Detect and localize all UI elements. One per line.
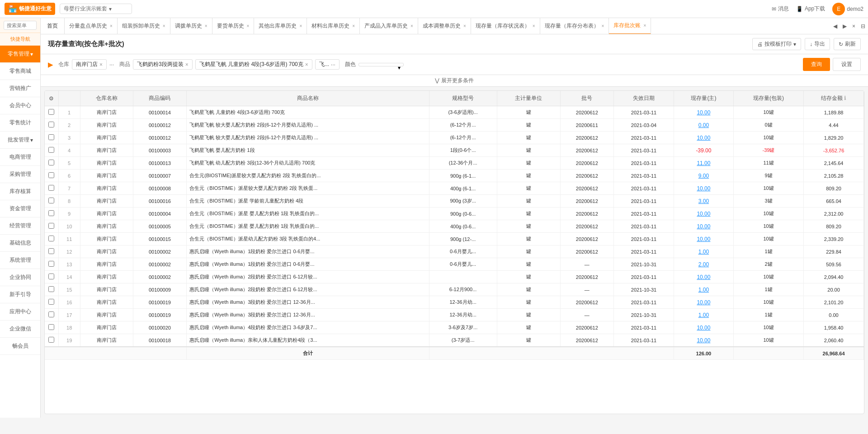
- tab-close-icon[interactable]: ×: [643, 23, 646, 28]
- row-qty-main[interactable]: 10.00: [674, 334, 733, 347]
- tab-close-icon[interactable]: ×: [602, 24, 604, 28]
- sidebar-item-wholesale[interactable]: 批发管理 ▾: [0, 132, 40, 149]
- sidebar-item-enterprise[interactable]: 企业协同: [0, 269, 40, 286]
- row-checkbox[interactable]: [45, 245, 58, 258]
- row-qty-main[interactable]: 10.00: [674, 233, 733, 245]
- row-qty-main[interactable]: 10.00: [674, 296, 733, 309]
- warehouse-remove-icon[interactable]: ×: [99, 61, 103, 68]
- tab-zuzhuangchaichuan[interactable]: 组装拆卸单历史 ×: [118, 18, 170, 34]
- sidebar-item-member-center[interactable]: 会员中心: [0, 97, 40, 114]
- tab-close-icon[interactable]: ×: [533, 24, 535, 28]
- sidebar-item-basic-info[interactable]: 基础信息: [0, 235, 40, 252]
- row-checkbox[interactable]: [45, 157, 58, 170]
- row-checkbox[interactable]: [45, 296, 58, 309]
- tab-chanpinruku[interactable]: 产成品入库单历史 ×: [360, 18, 418, 34]
- row-checkbox[interactable]: [45, 220, 58, 233]
- export-button[interactable]: ↓ 导出: [805, 38, 830, 50]
- row-qty-main[interactable]: 10.00: [674, 321, 733, 334]
- sidebar-item-purchase[interactable]: 采购管理: [0, 166, 40, 183]
- tab-xiancunliang-kuanzhuang[interactable]: 现存量（库存状况表） ×: [471, 18, 540, 34]
- tab-more-icon[interactable]: ⊟: [858, 23, 868, 29]
- row-checkbox[interactable]: [45, 309, 58, 321]
- tab-next-icon[interactable]: ▶: [840, 23, 849, 29]
- product-more[interactable]: ···: [331, 61, 335, 68]
- app-download-button[interactable]: 📱 App下载: [796, 5, 825, 13]
- tab-chengjiaodianji[interactable]: 成本调整单历史 ×: [418, 18, 471, 34]
- sidebar-item-membership[interactable]: 畅会员: [0, 338, 40, 355]
- search-input[interactable]: [4, 21, 37, 30]
- row-qty-main[interactable]: 10.00: [674, 271, 733, 283]
- sidebar-item-retail-mall[interactable]: 零售商城: [0, 63, 40, 80]
- col-settings[interactable]: ⚙: [45, 91, 58, 106]
- sidebar-item-guide[interactable]: 新手引导: [0, 286, 40, 303]
- sidebar-item-operations[interactable]: 经营管理: [0, 217, 40, 235]
- message-button[interactable]: ✉ 消息: [772, 5, 789, 13]
- product-tag-3[interactable]: 飞... ···: [315, 59, 340, 70]
- sidebar-item-marketing[interactable]: 营销推广: [0, 80, 40, 97]
- tab-close-icon[interactable]: ×: [410, 24, 413, 28]
- row-qty-main[interactable]: 10.00: [674, 182, 733, 195]
- row-qty-main[interactable]: -39.00: [674, 144, 733, 157]
- row-qty-main[interactable]: 3.00: [674, 195, 733, 208]
- settings-button[interactable]: 设置: [833, 58, 861, 71]
- sidebar-item-wecom[interactable]: 企业微信: [0, 321, 40, 338]
- row-qty-main[interactable]: 0.00: [674, 119, 733, 132]
- tab-yaohuo[interactable]: 要货单历史 ×: [212, 18, 255, 34]
- tab-close-icon[interactable]: ×: [110, 24, 113, 28]
- tab-close-icon[interactable]: ×: [352, 24, 355, 28]
- tab-xiancunliang-fenbiao[interactable]: 现存量（库存分布表） ×: [540, 18, 609, 34]
- template-print-button[interactable]: 🖨 按模板打印 ▾: [752, 38, 801, 50]
- row-qty-main[interactable]: 9.00: [674, 170, 733, 182]
- color-dropdown[interactable]: ▾: [359, 63, 404, 66]
- row-qty-main[interactable]: 10.00: [674, 132, 733, 144]
- row-checkbox[interactable]: [45, 208, 58, 220]
- product-tag-2[interactable]: 飞鹤星飞帆 儿童奶粉 4段(3-6岁适用) 700克 ×: [195, 59, 312, 70]
- sidebar-item-retail-management[interactable]: 零售管理 ▾: [0, 46, 40, 63]
- row-checkbox[interactable]: [45, 132, 58, 144]
- row-checkbox[interactable]: [45, 106, 58, 119]
- query-button[interactable]: 查询: [803, 58, 830, 71]
- product-remove-1-icon[interactable]: ×: [185, 61, 189, 68]
- tab-close-icon[interactable]: ×: [205, 24, 208, 28]
- tab-qitachuku[interactable]: 其他出库单历史 ×: [254, 18, 307, 34]
- tab-prev-icon[interactable]: ◀: [830, 23, 840, 29]
- sidebar-item-finance[interactable]: 资金管理: [0, 200, 40, 217]
- tab-close-all-icon[interactable]: ×: [849, 23, 858, 29]
- refresh-button[interactable]: ↻ 刷新: [834, 38, 861, 50]
- amount-info-icon[interactable]: ℹ: [844, 95, 846, 101]
- row-qty-main[interactable]: 10.00: [674, 220, 733, 233]
- tab-close-icon[interactable]: ×: [299, 24, 302, 28]
- sidebar-item-app-center[interactable]: 应用中心: [0, 303, 40, 321]
- filter-expand-icon[interactable]: ▶: [48, 61, 53, 68]
- tab-home[interactable]: 首页: [41, 18, 65, 34]
- tab-kucunpici[interactable]: 库存批次账 ×: [609, 18, 651, 34]
- row-checkbox[interactable]: [45, 258, 58, 271]
- sidebar-item-inventory[interactable]: 库存核算: [0, 183, 40, 200]
- tab-close-icon[interactable]: ×: [163, 24, 165, 28]
- row-checkbox[interactable]: [45, 182, 58, 195]
- expand-more-bar[interactable]: ⋁ 展开更多条件: [41, 75, 868, 87]
- product-tag-1[interactable]: 飞鹤奶粉3段两提装 ×: [133, 59, 193, 70]
- row-checkbox[interactable]: [45, 334, 58, 347]
- row-qty-main[interactable]: 11.00: [674, 157, 733, 170]
- product-remove-2-icon[interactable]: ×: [305, 61, 308, 68]
- sidebar-item-ecommerce[interactable]: 电商管理: [0, 149, 40, 166]
- sidebar-item-retail-stats[interactable]: 零售统计: [0, 114, 40, 132]
- row-checkbox[interactable]: [45, 271, 58, 283]
- warehouse-more[interactable]: ···: [109, 61, 114, 68]
- user-profile[interactable]: E demo2: [832, 3, 863, 15]
- row-checkbox[interactable]: [45, 283, 58, 296]
- row-qty-main[interactable]: 10.00: [674, 208, 733, 220]
- row-qty-main[interactable]: 1.00: [674, 245, 733, 258]
- row-checkbox[interactable]: [45, 321, 58, 334]
- row-qty-main[interactable]: 1.00: [674, 309, 733, 321]
- row-checkbox[interactable]: [45, 195, 58, 208]
- quick-nav[interactable]: 快捷导航: [0, 33, 40, 46]
- tab-cailiaochuku[interactable]: 材料出库单历史 ×: [307, 18, 360, 34]
- row-checkbox[interactable]: [45, 119, 58, 132]
- row-checkbox[interactable]: [45, 144, 58, 157]
- warehouse-tag[interactable]: 南岸门店 ×: [72, 59, 107, 70]
- row-qty-main[interactable]: 1.00: [674, 283, 733, 296]
- tab-close-icon[interactable]: ×: [463, 24, 466, 28]
- row-checkbox[interactable]: [45, 233, 58, 245]
